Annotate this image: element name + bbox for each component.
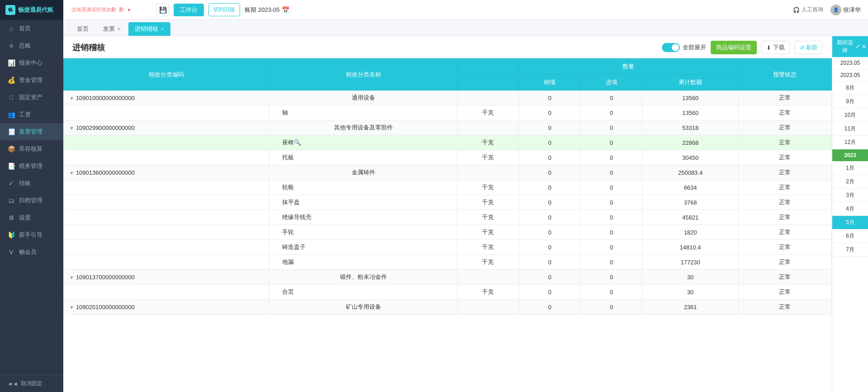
cell-warning: 正常 bbox=[738, 255, 831, 270]
tab-invoice[interactable]: 发票 × bbox=[97, 22, 127, 36]
sidebar-item-archive[interactable]: 🗂 归档管理 bbox=[0, 192, 63, 209]
toggle-switch[interactable] bbox=[662, 43, 680, 52]
period-item[interactable]: 1月 bbox=[832, 162, 868, 175]
expand-all-toggle[interactable]: 全部展开 bbox=[662, 43, 706, 52]
cell-code: ▼109020100000000000 bbox=[64, 300, 269, 315]
cell-sales: 0 bbox=[519, 150, 581, 165]
refresh-button[interactable]: ↺ 刷新 bbox=[794, 41, 823, 54]
sidebar-footer-unpin[interactable]: ◄◄ 取消固定 bbox=[0, 375, 63, 392]
user-menu[interactable]: 👤 徐泽华 bbox=[830, 5, 861, 15]
sidebar-item-inventory[interactable]: 📦 库存核算 bbox=[0, 140, 63, 158]
sidebar-item-label: 税务管理 bbox=[19, 162, 42, 170]
company-selector[interactable]: 沈海英测试经营勿删 删 ▼ bbox=[71, 6, 152, 13]
period-text-label: 账期 bbox=[245, 6, 256, 14]
cell-warning: 正常 bbox=[738, 180, 831, 195]
cell-warning: 正常 bbox=[738, 91, 831, 105]
sidebar-item-label: 固定资产 bbox=[19, 93, 42, 101]
topbar-right: 🎧 人工咨询 👤 徐泽华 bbox=[793, 5, 861, 15]
tab-reconcile[interactable]: 进销稽核 × bbox=[128, 22, 170, 36]
cell-sales: 0 bbox=[519, 105, 581, 120]
cell-total: 14810.4 bbox=[642, 240, 738, 255]
cell-purchase: 0 bbox=[580, 240, 642, 255]
cell-unit: 千克 bbox=[457, 255, 519, 270]
cell-total: 30 bbox=[642, 270, 738, 285]
cell-purchase: 0 bbox=[580, 150, 642, 165]
sidebar-item-funds[interactable]: 💰 资金管理 bbox=[0, 72, 63, 89]
funds-icon: 💰 bbox=[7, 76, 15, 84]
sidebar-item-label: 畅会员 bbox=[19, 248, 37, 256]
search-icon[interactable]: 🔍 bbox=[294, 139, 301, 146]
period-item[interactable]: 4月 bbox=[832, 202, 868, 216]
col-sales: 销项 bbox=[519, 75, 581, 91]
payroll-icon: 👥 bbox=[7, 111, 15, 118]
data-table-container: 税收分类编码 税收分类名称 数量 预警状态 销项 进项 累计数额 bbox=[63, 58, 832, 392]
period-item[interactable]: 8月 bbox=[832, 81, 868, 95]
fixed-assets-icon: □ bbox=[7, 94, 15, 101]
sidebar-item-guide[interactable]: 🔰 新手引导 bbox=[0, 226, 63, 244]
settlement-icon: ✓ bbox=[7, 180, 15, 187]
cell-total: 30450 bbox=[642, 150, 738, 165]
period-item[interactable]: 2023.05 bbox=[832, 69, 868, 81]
sidebar-item-tax[interactable]: 📑 税务管理 bbox=[0, 158, 63, 175]
period-list: 2023.052023.058月9月10月11月12月20231月2月3月4月5… bbox=[832, 57, 868, 392]
cell-unit: 千克 bbox=[457, 180, 519, 195]
sidebar-item-invoice[interactable]: 🧾 发票管理 bbox=[0, 123, 63, 140]
tab-home[interactable]: 首页 bbox=[71, 22, 95, 36]
sidebar-item-label: 新手引导 bbox=[19, 231, 42, 239]
workbench-button[interactable]: 工作台 bbox=[174, 4, 204, 16]
cell-code: ▼109013700000000000 bbox=[64, 270, 269, 285]
period-item[interactable]: 9月 bbox=[832, 95, 868, 109]
period-item[interactable]: 11月 bbox=[832, 122, 868, 136]
tab-invoice-close[interactable]: × bbox=[118, 26, 120, 32]
download-label: 下载 bbox=[773, 43, 785, 52]
cell-code bbox=[64, 150, 269, 165]
help-label: 人工咨询 bbox=[802, 6, 823, 14]
sidebar-item-label: 总账 bbox=[19, 42, 31, 50]
calendar-icon[interactable]: 📅 bbox=[282, 6, 289, 14]
switch-version-button[interactable]: 切到旧版 bbox=[208, 3, 240, 16]
period-item[interactable]: 2023.05 bbox=[832, 57, 868, 69]
period-item[interactable]: 3月 bbox=[832, 189, 868, 202]
cell-code: ▼109010000000000000 bbox=[64, 91, 269, 105]
sidebar-item-fixed-assets[interactable]: □ 固定资产 bbox=[0, 89, 63, 106]
tab-invoice-label: 发票 bbox=[103, 25, 115, 33]
content-area: 进销稽核 全部展开 商品编码设置 ⬇ 下载 ↺ 刷新 bbox=[63, 36, 868, 392]
expand-all-label: 全部展开 bbox=[683, 43, 706, 52]
sidebar-item-label: 归档管理 bbox=[19, 196, 42, 205]
sidebar-item-membership[interactable]: V 畅会员 bbox=[0, 244, 63, 261]
period-item[interactable]: 5月 bbox=[832, 216, 868, 229]
sidebar-item-settlement[interactable]: ✓ 结账 bbox=[0, 175, 63, 192]
period-item[interactable]: 10月 bbox=[832, 109, 868, 122]
refresh-icon: ↺ bbox=[799, 44, 804, 51]
sidebar-item-ledger[interactable]: ≡ 总账 bbox=[0, 37, 63, 54]
cell-total: 6634 bbox=[642, 180, 738, 195]
sidebar-item-settings[interactable]: ⚙ 设置 bbox=[0, 209, 63, 226]
sidebar-item-reports[interactable]: 📊 报表中心 bbox=[0, 54, 63, 72]
cell-warning: 正常 bbox=[738, 165, 831, 180]
cell-unit: 千克 bbox=[457, 225, 519, 240]
save-button[interactable]: 💾 bbox=[156, 4, 169, 16]
period-item[interactable]: 6月 bbox=[832, 229, 868, 243]
period-item[interactable]: 2月 bbox=[832, 175, 868, 189]
cell-code bbox=[64, 105, 269, 120]
cell-warning: 正常 bbox=[738, 210, 831, 225]
cell-unit bbox=[457, 120, 519, 135]
sidebar-item-payroll[interactable]: 👥 工资 bbox=[0, 106, 63, 123]
period-item[interactable]: 7月 bbox=[832, 243, 868, 257]
cell-name: 合页 bbox=[269, 285, 457, 300]
period-item[interactable]: 12月 bbox=[832, 136, 868, 149]
app-name: 畅捷通易代账 bbox=[18, 6, 53, 14]
period-item[interactable]: 2023 bbox=[832, 149, 868, 162]
cell-name: 托板 bbox=[269, 150, 457, 165]
side-panel-close-icon[interactable]: ✕ bbox=[862, 43, 866, 50]
side-panel-expand-icon[interactable]: ⤢ bbox=[855, 43, 860, 50]
avatar: 👤 bbox=[830, 5, 841, 15]
download-button[interactable]: ⬇ 下载 bbox=[761, 41, 790, 54]
product-code-button[interactable]: 商品编码设置 bbox=[711, 41, 757, 54]
tab-reconcile-close[interactable]: × bbox=[161, 26, 164, 32]
cell-warning: 正常 bbox=[738, 225, 831, 240]
logo-icon: 畅 bbox=[5, 5, 15, 15]
sidebar-item-home[interactable]: ⌂ 首页 bbox=[0, 20, 63, 37]
tab-reconcile-label: 进销稽核 bbox=[135, 25, 158, 33]
help-button[interactable]: 🎧 人工咨询 bbox=[793, 6, 823, 14]
